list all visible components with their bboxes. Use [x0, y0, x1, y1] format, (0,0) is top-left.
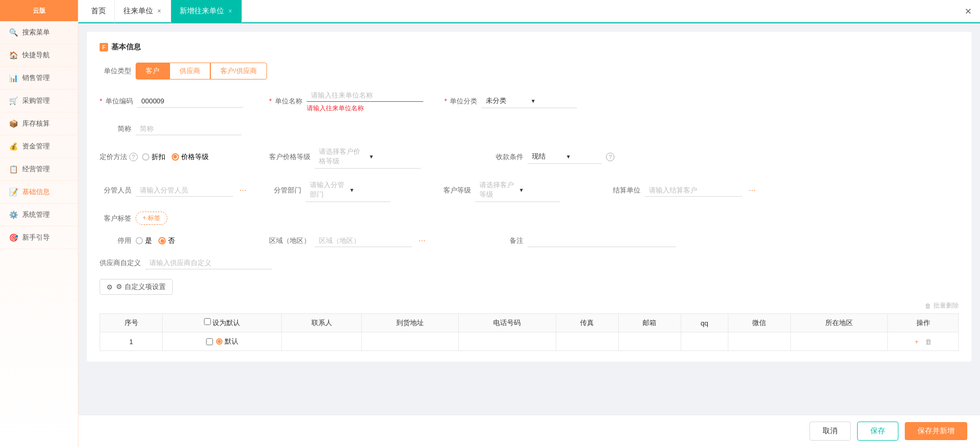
sidebar-item-label: 资金管理	[22, 142, 50, 151]
sidebar-item-inventory[interactable]: 📦 库存核算	[0, 112, 78, 135]
btn-customer[interactable]: 客户	[136, 63, 170, 80]
pricing-level[interactable]: 价格等级	[172, 152, 209, 162]
tab-units-close[interactable]: ×	[156, 7, 162, 15]
sidebar-item-label: 销售管理	[22, 73, 50, 83]
pricing-radio-group: 折扣 价格等级	[142, 152, 209, 162]
payment-terms-label: 收款条件	[492, 152, 523, 162]
disabled-no[interactable]: 否	[158, 236, 175, 246]
short-name-input[interactable]	[136, 122, 242, 135]
remark-field: 备注	[492, 234, 693, 247]
settlement-unit-label: 结算单位	[609, 186, 640, 195]
sidebar-item-operation[interactable]: 📋 经营管理	[0, 158, 78, 181]
customer-price-level-select[interactable]: 请选择客户价格等级 ▼	[315, 145, 421, 169]
sidebar-item-system[interactable]: ⚙️ 系统管理	[0, 204, 78, 226]
col-address: 到货地址	[361, 314, 458, 332]
unit-category-select[interactable]: 未分类 ▼	[482, 94, 577, 108]
col-phone: 电话号码	[459, 314, 556, 332]
customer-level-label: 客户等级	[439, 186, 471, 195]
tab-bar: 首页 往来单位 × 新增往来单位 × ✕	[78, 0, 980, 23]
box-icon: 📦	[8, 119, 18, 128]
sidebar-item-basic[interactable]: 📝 基础信息	[0, 181, 78, 204]
batch-delete-button[interactable]: 🗑 批量删除	[925, 301, 959, 310]
select-all-checkbox[interactable]	[204, 318, 211, 325]
contact-table: 序号 设为默认 联系人 到货地址 电话号码 传真 邮箱 qq 微信 所在地区 操…	[100, 313, 959, 351]
col-action: 操作	[888, 314, 959, 332]
row-radio-circle	[216, 338, 222, 345]
sidebar-item-quicknav[interactable]: 🏠 快捷导航	[0, 44, 78, 67]
window-close-button[interactable]: ✕	[960, 4, 976, 19]
unit-name-input[interactable]	[307, 89, 423, 102]
disabled-row: 停用 是 否 区	[100, 234, 959, 247]
pricing-row: 定价方法 ? 折扣 价格等级	[100, 145, 959, 169]
col-region: 所在地区	[790, 314, 887, 332]
payment-help-icon[interactable]: ?	[606, 153, 614, 161]
batch-delete-label: 批量删除	[933, 301, 959, 310]
custom-settings-button[interactable]: ⚙ ⚙ 自定义项设置	[100, 279, 173, 295]
cell-action: + 🗑	[888, 332, 959, 351]
remark-label: 备注	[492, 236, 523, 246]
btn-supplier[interactable]: 供应商	[170, 63, 210, 80]
sidebar-item-guide[interactable]: 🎯 新手引导	[0, 226, 78, 249]
tab-home[interactable]: 首页	[83, 0, 115, 23]
dept-chevron: ▼	[349, 187, 386, 193]
save-and-new-button[interactable]: 保存并新增	[905, 422, 967, 440]
supplier-custom-label: 供应商自定义	[100, 258, 141, 268]
sidebar-item-sales[interactable]: 📊 销售管理	[0, 67, 78, 90]
cell-phone	[459, 332, 556, 351]
add-tag-button[interactable]: + 标签	[136, 212, 167, 225]
row-default-radio[interactable]: 默认	[216, 337, 238, 346]
customer-tag-field: 客户标签 + 标签	[100, 212, 248, 225]
basic-info-card: F 基本信息 单位类型 客户 供应商 客户/供应商 *	[87, 32, 972, 362]
trash-icon: 🗑	[925, 302, 931, 310]
settlement-dots-btn[interactable]: ···	[746, 186, 758, 195]
unit-code-input[interactable]	[137, 95, 243, 108]
col-index: 序号	[100, 314, 163, 332]
sidebar-item-search[interactable]: 🔍 搜索菜单	[0, 21, 78, 44]
department-select[interactable]: 请输入分管部门 ▼	[306, 178, 390, 202]
manager-dots-btn[interactable]: ···	[237, 186, 248, 195]
manager-field: 分管人员 ···	[100, 184, 248, 197]
sidebar-item-purchase[interactable]: 🛒 采购管理	[0, 90, 78, 112]
col-wechat: 微信	[728, 314, 790, 332]
payment-terms-select[interactable]: 现结 ▼	[528, 150, 602, 164]
row-checkbox[interactable]	[206, 338, 213, 345]
short-name-label: 简称	[100, 124, 131, 134]
settlement-unit-input[interactable]	[645, 184, 742, 197]
remark-input[interactable]	[528, 234, 676, 247]
save-button[interactable]: 保存	[857, 422, 898, 441]
unit-code-field: * 单位编码	[100, 95, 248, 108]
tab-new-unit-close[interactable]: ×	[227, 7, 233, 15]
tab-units-label: 往来单位	[123, 6, 153, 16]
cell-index: 1	[100, 332, 163, 351]
region-field: 区域（地区） ···	[269, 234, 470, 247]
cell-wechat	[728, 332, 790, 351]
pricing-discount[interactable]: 折扣	[142, 152, 165, 162]
radio-discount-circle	[142, 153, 149, 161]
table-header-row: 序号 设为默认 联系人 到货地址 电话号码 传真 邮箱 qq 微信 所在地区 操…	[100, 314, 959, 332]
price-level-chevron: ▼	[369, 154, 416, 160]
sidebar: 云版 🔍 搜索菜单 🏠 快捷导航 📊 销售管理 🛒 采购管理 📦 库存核算 💰 …	[0, 0, 78, 447]
radio-level-dot	[173, 155, 177, 159]
row-add-btn[interactable]: +	[914, 338, 919, 346]
customer-level-select[interactable]: 请选择客户等级 ▼	[475, 178, 560, 202]
sidebar-item-label: 搜索菜单	[22, 28, 50, 37]
region-input[interactable]	[315, 234, 412, 247]
col-email: 邮箱	[618, 314, 681, 332]
category-chevron: ▼	[530, 98, 573, 104]
table-row: 1 默认	[100, 332, 959, 351]
btn-both[interactable]: 客户/供应商	[210, 63, 267, 80]
unit-name-field: * 单位名称 请输入往来单位名称	[269, 89, 423, 113]
manager-input[interactable]	[136, 184, 233, 197]
customer-level-field: 客户等级 请选择客户等级 ▼	[439, 178, 587, 202]
row-delete-btn[interactable]: 🗑	[925, 338, 932, 346]
cancel-button[interactable]: 取消	[809, 422, 851, 441]
tab-units[interactable]: 往来单位 ×	[115, 0, 171, 23]
disabled-yes[interactable]: 是	[136, 236, 152, 246]
pricing-help-icon[interactable]: ?	[129, 153, 138, 161]
tab-new-unit[interactable]: 新增往来单位 ×	[171, 0, 242, 23]
sidebar-item-finance[interactable]: 💰 资金管理	[0, 135, 78, 158]
region-dots-btn[interactable]: ···	[416, 236, 427, 246]
supplier-custom-input[interactable]	[145, 257, 272, 269]
radio-discount-label: 折扣	[152, 152, 165, 162]
cell-region	[790, 332, 887, 351]
